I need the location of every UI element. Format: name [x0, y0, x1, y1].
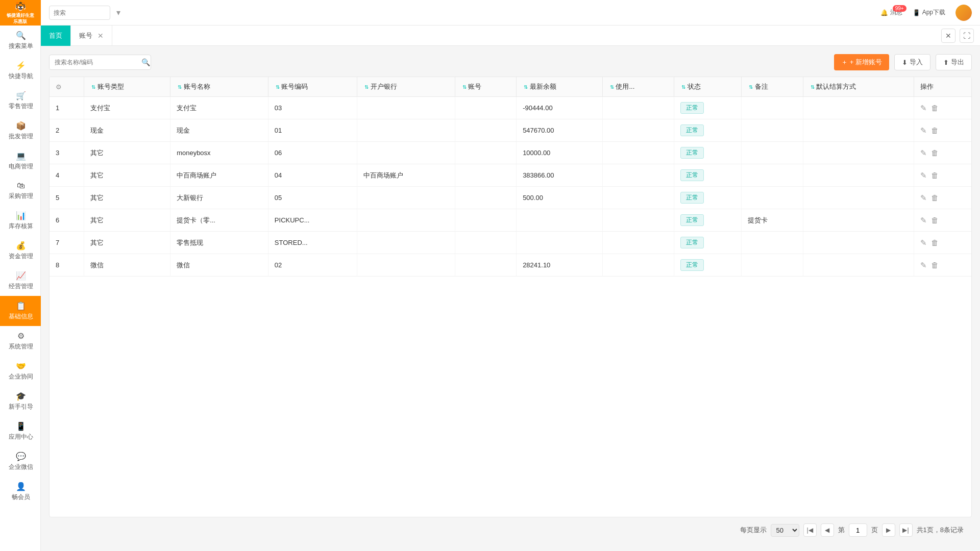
edit-button-5[interactable]: ✎	[920, 193, 927, 203]
delete-button-2[interactable]: 🗑	[931, 126, 939, 135]
sidebar: 🐯 畅捷通好生意 乐惠版 🔍 搜索菜单 ⚡ 快捷导航 🛒 零售管理 📦 批发管理…	[0, 0, 41, 551]
add-account-button[interactable]: ＋ + 新增账号	[834, 54, 889, 70]
system-icon: ⚙	[17, 331, 24, 341]
top-search-input[interactable]	[49, 6, 110, 20]
sidebar-item-purchase[interactable]: 🛍 采购管理	[0, 176, 41, 206]
last-page-button[interactable]: ▶|	[899, 523, 913, 537]
row-code-5: 05	[268, 187, 357, 209]
prev-page-button[interactable]: ◀	[821, 523, 834, 537]
row-settlement-1	[803, 97, 914, 119]
search-button[interactable]: 🔍	[136, 55, 151, 69]
export-button[interactable]: ⬆ 导出	[936, 54, 972, 70]
search-input[interactable]	[50, 56, 136, 69]
sidebar-item-new_guide[interactable]: 🎓 新手引导	[0, 386, 41, 416]
sidebar-item-inventory[interactable]: 📊 库存核算	[0, 206, 41, 236]
sidebar-item-system[interactable]: ⚙ 系统管理	[0, 326, 41, 356]
col-header-settings: ⚙	[50, 77, 84, 97]
edit-button-2[interactable]: ✎	[920, 126, 927, 135]
row-id-7: 7	[50, 232, 84, 254]
sidebar-item-shortcut[interactable]: ⚡ 快捷导航	[0, 56, 41, 86]
row-id-4: 4	[50, 164, 84, 187]
delete-button-8[interactable]: 🗑	[931, 261, 939, 269]
search-icon: 🔍	[16, 31, 26, 40]
basic_info-icon: 📋	[16, 301, 26, 311]
col-header-status[interactable]: ⇅ 状态	[674, 77, 742, 97]
row-settlement-3	[803, 142, 914, 164]
toolbar: 🔍 ＋ + 新增账号 ⬇ 导入 ⬆ 导出	[49, 54, 972, 70]
status-badge-6: 正常	[680, 214, 704, 226]
row-name-8: 微信	[170, 254, 268, 277]
tab-close-accounts[interactable]: ✕	[97, 32, 104, 40]
row-actions-4: ✎ 🗑	[914, 164, 971, 187]
delete-button-7[interactable]: 🗑	[931, 238, 939, 247]
new_guide-icon: 🎓	[16, 391, 26, 401]
row-name-2: 现金	[170, 119, 268, 142]
tab-home[interactable]: 首页	[41, 26, 71, 46]
edit-button-8[interactable]: ✎	[920, 261, 927, 270]
export-icon: ⬆	[943, 59, 949, 66]
sidebar-item-wholesale[interactable]: 📦 批发管理	[0, 116, 41, 146]
sidebar-item-member[interactable]: 👤 畅会员	[0, 477, 41, 507]
col-header-remark[interactable]: ⇅ 备注	[742, 77, 803, 97]
row-usage-8	[602, 254, 674, 277]
edit-button-6[interactable]: ✎	[920, 216, 927, 225]
import-button[interactable]: ⬇ 导入	[894, 54, 930, 70]
sidebar-item-app_center[interactable]: 📱 应用中心	[0, 416, 41, 446]
delete-button-4[interactable]: 🗑	[931, 171, 939, 180]
col-header-account[interactable]: ⇅ 账号	[455, 77, 516, 97]
edit-button-3[interactable]: ✎	[920, 148, 927, 158]
row-remark-3	[742, 142, 803, 164]
col-header-code[interactable]: ⇅ 账号编码	[268, 77, 357, 97]
top-bar-left: ▾	[49, 6, 120, 20]
notification-button[interactable]: 🔔 消息 99+	[880, 8, 902, 17]
table-row: 2 现金 现金 01 547670.00 正常 ✎ 🗑	[50, 119, 971, 142]
row-status-3: 正常	[674, 142, 742, 164]
next-page-button[interactable]: ▶	[882, 523, 895, 537]
edit-button-7[interactable]: ✎	[920, 238, 927, 247]
row-balance-7	[517, 232, 603, 254]
sidebar-item-ecommerce[interactable]: 💻 电商管理	[0, 146, 41, 176]
edit-button-1[interactable]: ✎	[920, 104, 927, 113]
row-settlement-4	[803, 164, 914, 187]
sidebar-item-enterprise_agreement[interactable]: 🤝 企业协同	[0, 356, 41, 386]
row-settlement-8	[803, 254, 914, 277]
row-status-8: 正常	[674, 254, 742, 277]
delete-button-6[interactable]: 🗑	[931, 216, 939, 224]
tab-accounts[interactable]: 账号✕	[71, 26, 112, 46]
col-header-name[interactable]: ⇅ 账号名称	[170, 77, 268, 97]
purchase-icon: 🛍	[17, 181, 25, 190]
sidebar-item-finance[interactable]: 💰 资金管理	[0, 236, 41, 266]
row-id-6: 6	[50, 209, 84, 232]
close-tab-button[interactable]: ✕	[941, 29, 955, 43]
delete-button-5[interactable]: 🗑	[931, 193, 939, 202]
table-row: 1 支付宝 支付宝 03 -90444.00 正常 ✎ 🗑	[50, 97, 971, 119]
row-bank-2	[357, 119, 455, 142]
row-actions-8: ✎ 🗑	[914, 254, 971, 277]
top-bar-right: 🔔 消息 99+ 📱 App下载	[880, 5, 972, 21]
col-header-type[interactable]: ⇅ 账号类型	[84, 77, 170, 97]
sidebar-item-retail[interactable]: 🛒 零售管理	[0, 86, 41, 116]
dropdown-arrow-icon[interactable]: ▾	[116, 8, 120, 17]
sidebar-item-basic_info[interactable]: 📋 基础信息	[0, 296, 41, 326]
row-name-7: 零售抵现	[170, 232, 268, 254]
page-size-select[interactable]: 50 100 200	[771, 524, 799, 537]
maximize-tab-button[interactable]: ⛶	[960, 29, 974, 43]
finance-icon: 💰	[16, 241, 26, 251]
col-header-balance[interactable]: ⇅ 最新余额	[517, 77, 603, 97]
accounts-table: ⚙⇅ 账号类型⇅ 账号名称⇅ 账号编码⇅ 开户银行⇅ 账号⇅ 最新余额⇅ 使用.…	[50, 77, 971, 277]
sidebar-item-enterprise_wechat[interactable]: 💬 企业微信	[0, 446, 41, 477]
col-header-default_settlement[interactable]: ⇅ 默认结算方式	[803, 77, 914, 97]
col-header-usage[interactable]: ⇅ 使用...	[602, 77, 674, 97]
page-input[interactable]	[849, 523, 867, 537]
first-page-button[interactable]: |◀	[803, 523, 817, 537]
col-header-bank[interactable]: ⇅ 开户银行	[357, 77, 455, 97]
sidebar-item-search[interactable]: 🔍 搜索菜单	[0, 26, 41, 56]
edit-button-4[interactable]: ✎	[920, 171, 927, 180]
delete-button-1[interactable]: 🗑	[931, 104, 939, 112]
app-download-button[interactable]: 📱 App下载	[913, 8, 945, 17]
delete-button-3[interactable]: 🗑	[931, 148, 939, 157]
avatar[interactable]	[955, 5, 972, 21]
settings-icon[interactable]: ⚙	[56, 83, 62, 91]
sidebar-item-operations[interactable]: 📈 经营管理	[0, 266, 41, 296]
sidebar-item-label-system: 系统管理	[9, 342, 33, 351]
